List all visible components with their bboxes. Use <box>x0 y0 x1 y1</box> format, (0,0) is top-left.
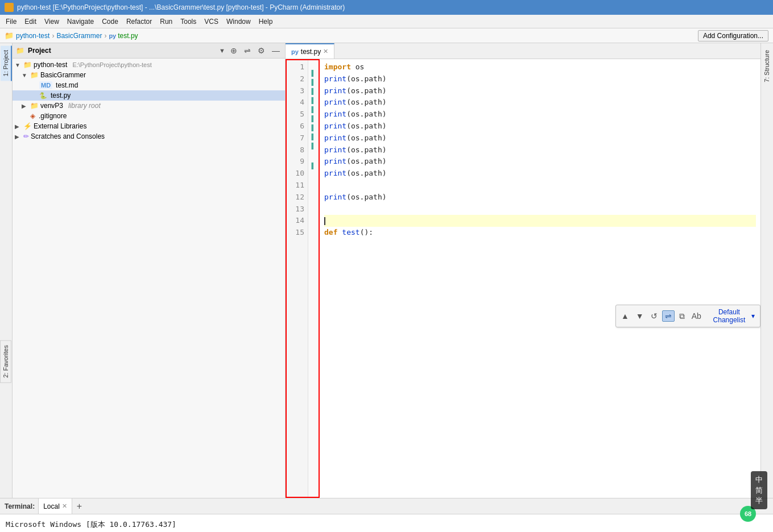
sidebar-item-structure[interactable]: 7: Structure <box>762 45 773 87</box>
code-line-11 <box>324 180 756 192</box>
tree-item-testmd[interactable]: ▶ MD test.md <box>13 80 285 90</box>
tab-label: test.py <box>301 48 321 56</box>
cn-watermark: 中简半 <box>751 471 767 509</box>
sidebar-item-favorites[interactable]: 2: Favorites <box>0 340 11 383</box>
gutter-line <box>308 59 319 70</box>
terminal-tab-close[interactable]: ✕ <box>62 502 67 510</box>
line-num: 15 <box>286 227 304 239</box>
gutter-line <box>308 152 319 163</box>
menu-vcs[interactable]: VCS <box>201 16 222 27</box>
menu-file[interactable]: File <box>2 16 20 27</box>
tree-item-gitignore[interactable]: ▶ ◈ .gitignore <box>13 111 285 121</box>
line-num: 6 <box>286 120 304 132</box>
tree-item-venvp3[interactable]: ▶ 📁 venvP3 library root <box>13 101 285 111</box>
bc-basicgrammer[interactable]: BasicGrammer <box>56 32 102 40</box>
vcs-indicator: ▐ <box>308 143 319 152</box>
tab-close-button[interactable]: ✕ <box>323 48 328 55</box>
bc-testpy[interactable]: py test.py <box>109 32 138 40</box>
project-panel-header: 📁 Project ▼ ⊕ ⇌ ⚙ — <box>13 43 285 59</box>
tree-item-basicgrammer[interactable]: ▼ 📁 BasicGrammer <box>13 70 285 80</box>
line-num: 1 <box>286 61 304 73</box>
code-line-3: print(os.path) <box>324 85 756 97</box>
line-num: 8 <box>286 144 304 156</box>
menu-bar: File Edit View Navigate Code Refactor Ru… <box>0 15 773 28</box>
code-line-13 <box>324 203 756 215</box>
tree-path: E:\PythonProject\python-test <box>72 61 151 68</box>
menu-refactor[interactable]: Refactor <box>123 16 155 27</box>
code-line-12: print(os.path) <box>324 192 756 203</box>
line-num: 14 <box>286 215 304 227</box>
tree-item-scratches[interactable]: ▶ ✏ Scratches and Consoles <box>13 131 285 142</box>
breadcrumb: 📁 python-test › BasicGrammer › py test.p… <box>0 28 773 43</box>
folder-icon: 📁 <box>30 71 39 79</box>
menu-help[interactable]: Help <box>255 16 276 27</box>
code-container: 1 2 3 4 5 6 7 8 9 10 11 12 13 14 15 ▐ ▐ <box>286 59 760 498</box>
line-numbers: 1 2 3 4 5 6 7 8 9 10 11 12 13 14 15 <box>286 59 308 498</box>
menu-view[interactable]: View <box>41 16 63 27</box>
menu-navigate[interactable]: Navigate <box>64 16 97 27</box>
terminal-tab-local[interactable]: Local ✕ <box>38 498 72 514</box>
tree-item-external-libraries[interactable]: ▶ ⚡ External Libraries <box>13 121 285 131</box>
line-num: 7 <box>286 132 304 144</box>
vcs-indicator: ▐ <box>308 88 319 97</box>
sidebar-item-project[interactable]: 1: Project <box>1 45 12 81</box>
ab-button[interactable]: Ab <box>689 311 704 321</box>
terminal-new-tab-button[interactable]: + <box>77 501 82 512</box>
tree-item-pythontest[interactable]: ▼ 📁 python-test E:\PythonProject\python-… <box>13 60 285 70</box>
vcs-indicator: ▐ <box>308 97 319 106</box>
project-settings-btn[interactable]: ⊕ <box>229 45 239 56</box>
code-line-4: print(os.path) <box>324 97 756 109</box>
expand-arrow: ▶ <box>22 103 28 109</box>
add-configuration-button[interactable]: Add Configuration... <box>698 30 768 41</box>
project-minimize-btn[interactable]: — <box>270 45 282 56</box>
terminal-line-1: Microsoft Windows [版本 10.0.17763.437] <box>6 519 767 531</box>
menu-window[interactable]: Window <box>223 16 254 27</box>
project-panel: 📁 Project ▼ ⊕ ⇌ ⚙ — ▼ 📁 python-test E:\P… <box>13 43 286 498</box>
vcs-indicator: ▐ <box>308 134 319 143</box>
terminal-area: Terminal: Local ✕ + 68 Microsoft Windows… <box>0 498 773 532</box>
folder-icon: 📁 <box>23 61 32 69</box>
project-gear-btn[interactable]: ⚙ <box>256 45 267 56</box>
pycharm-icon <box>5 3 14 12</box>
menu-tools[interactable]: Tools <box>177 16 200 27</box>
project-layout-btn[interactable]: ⇌ <box>242 45 253 56</box>
code-line-5: print(os.path) <box>324 109 756 120</box>
code-editor[interactable]: import os print(os.path) print(os.path) … <box>320 59 760 498</box>
code-line-10: print(os.path) <box>324 168 756 180</box>
line-num: 11 <box>286 180 304 192</box>
rollback-button[interactable]: ↺ <box>648 311 660 321</box>
diff-button[interactable]: ⇌ <box>662 310 675 322</box>
gutter-line <box>308 194 319 205</box>
scratch-icon: ✏ <box>23 132 29 140</box>
line-num: 2 <box>286 73 304 85</box>
tree-item-testpy[interactable]: ▶ 🐍 test.py <box>13 90 285 101</box>
menu-run[interactable]: Run <box>156 16 176 27</box>
bc-python-test[interactable]: python-test <box>16 32 49 40</box>
vcs-indicator: ▐ <box>308 124 319 134</box>
tree-label: venvP3 <box>40 102 63 110</box>
next-change-button[interactable]: ▼ <box>634 311 646 321</box>
vcs-indicator: ▐ <box>308 79 319 88</box>
project-panel-title: Project <box>28 47 216 55</box>
tree-label: Scratches and Consoles <box>31 132 105 140</box>
menu-code[interactable]: Code <box>98 16 122 27</box>
terminal-header: Terminal: Local ✕ + 68 <box>0 498 773 514</box>
menu-edit[interactable]: Edit <box>21 16 40 27</box>
expand-arrow: ▼ <box>15 62 22 68</box>
terminal-content[interactable]: Microsoft Windows [版本 10.0.17763.437] (c… <box>0 514 773 532</box>
tree-label: BasicGrammer <box>40 71 86 79</box>
code-line-1: import os <box>324 61 756 73</box>
tree-label: test.md <box>56 81 78 89</box>
title-bar: python-test [E:\PythonProject\python-tes… <box>0 0 773 15</box>
code-line-8: print(os.path) <box>324 144 756 156</box>
copy-button[interactable]: ⧉ <box>677 311 687 321</box>
editor-tab-testpy[interactable]: py test.py ✕ <box>286 43 334 59</box>
editor-area: py test.py ✕ 1 2 3 4 5 6 7 8 9 10 11 <box>286 43 760 498</box>
prev-change-button[interactable]: ▲ <box>619 311 631 321</box>
code-line-14 <box>324 215 756 227</box>
dropdown-icon: ▾ <box>751 312 755 320</box>
expand-arrow: ▶ <box>15 134 22 140</box>
line-num: 3 <box>286 85 304 97</box>
code-line-2: print(os.path) <box>324 73 756 85</box>
changelist-dropdown-button[interactable]: Default Changelist ▾ <box>706 307 757 325</box>
